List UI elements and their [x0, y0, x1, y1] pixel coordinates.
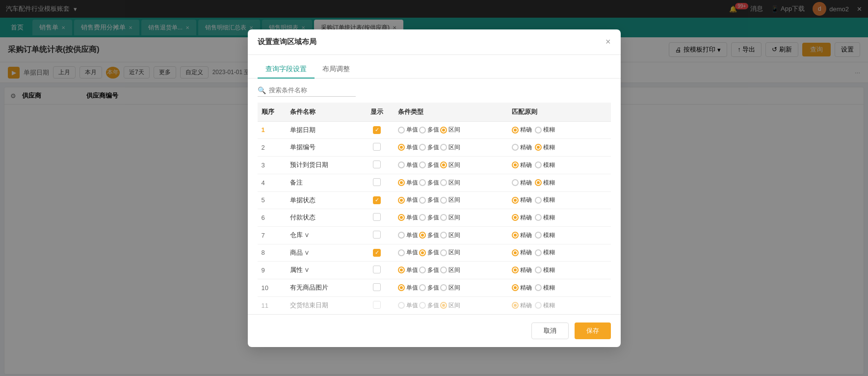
type-radio-type_single[interactable]: 单值: [398, 143, 418, 152]
cancel-button[interactable]: 取消: [531, 322, 569, 339]
radio-label: 多值: [427, 143, 439, 152]
type-radio-type_multi[interactable]: 多值: [419, 266, 439, 274]
type-radio-type_multi[interactable]: 多值: [419, 143, 439, 152]
type-radio-type_single[interactable]: 单值: [398, 126, 418, 134]
display-checkbox[interactable]: [373, 161, 381, 168]
type-radio-type_range[interactable]: 区间: [440, 196, 460, 204]
type-radio-type_multi[interactable]: 多值: [419, 196, 439, 204]
type-cell: 单值多值区间: [394, 209, 508, 226]
display-checkbox[interactable]: [373, 301, 381, 309]
match-radio-match_fuzzy[interactable]: 模糊: [535, 248, 555, 257]
radio-dot: [419, 284, 426, 291]
type-radio-type_range[interactable]: 区间: [440, 284, 460, 292]
match-radio-match_exact[interactable]: 精确: [512, 161, 532, 169]
radio-label: 区间: [448, 179, 460, 187]
type-radio-type_single[interactable]: 单值: [398, 266, 418, 274]
match-radio-match_fuzzy[interactable]: 模糊: [535, 284, 555, 292]
match-radio-match_fuzzy[interactable]: 模糊: [535, 179, 555, 187]
radio-dot: [535, 302, 542, 309]
dialog-footer: 取消 保存: [248, 314, 621, 347]
match-radio-match_exact[interactable]: 精确: [512, 266, 532, 274]
save-button[interactable]: 保存: [575, 322, 611, 339]
display-checkbox[interactable]: [373, 283, 381, 291]
match-radio-match_exact[interactable]: 精确: [512, 179, 532, 187]
type-radio-type_single[interactable]: 单值: [398, 161, 418, 169]
display-checkbox[interactable]: [373, 143, 381, 151]
type-radio-type_multi[interactable]: 多值: [419, 248, 439, 257]
display-checkbox[interactable]: [373, 266, 381, 273]
type-radio-type_range[interactable]: 区间: [440, 266, 460, 274]
type-radio-type_range[interactable]: 区间: [440, 231, 460, 240]
match-radio-match_fuzzy[interactable]: 模糊: [535, 231, 555, 240]
radio-dot: [512, 197, 519, 204]
display-checkbox[interactable]: [373, 178, 381, 186]
match-radio-match_fuzzy[interactable]: 模糊: [535, 161, 555, 169]
display-cell[interactable]: [360, 209, 395, 226]
match-radio-match_fuzzy[interactable]: 模糊: [535, 196, 555, 204]
type-radio-type_single[interactable]: 单值: [398, 214, 418, 222]
type-radio-type_multi[interactable]: 多值: [419, 179, 439, 187]
dialog-close-button[interactable]: ×: [605, 37, 611, 46]
radio-label: 模糊: [543, 248, 555, 257]
display-checkbox[interactable]: [373, 196, 381, 204]
display-cell[interactable]: [360, 279, 395, 296]
match-radio-match_exact[interactable]: 精确: [512, 196, 532, 204]
display-cell[interactable]: [360, 174, 395, 191]
type-radio-type_single[interactable]: 单值: [398, 284, 418, 292]
type-radio-type_multi[interactable]: 多值: [419, 161, 439, 169]
display-checkbox[interactable]: [373, 213, 381, 221]
type-radio-type_single[interactable]: 单值: [398, 231, 418, 240]
match-radio-match_exact[interactable]: 精确: [512, 231, 532, 240]
type-radio-type_range[interactable]: 区间: [440, 179, 460, 187]
display-checkbox[interactable]: [373, 231, 381, 239]
type-radio-type_range[interactable]: 区间: [440, 126, 460, 134]
search-input[interactable]: [269, 86, 347, 94]
type-radio-type_range[interactable]: 区间: [440, 161, 460, 169]
display-cell[interactable]: [360, 226, 395, 244]
type-radio-type_multi[interactable]: 多值: [419, 126, 439, 134]
seq-number: 4: [262, 179, 265, 187]
match-radio-match_exact[interactable]: 精确: [512, 143, 532, 152]
type-radio-type_multi[interactable]: 多值: [419, 214, 439, 222]
type-radio-type_single[interactable]: 单值: [398, 301, 418, 310]
radio-dot: [419, 144, 426, 151]
type-radio-type_multi[interactable]: 多值: [419, 231, 439, 240]
display-cell[interactable]: [360, 156, 395, 174]
type-radio-type_range[interactable]: 区间: [440, 248, 460, 257]
tab-query-fields[interactable]: 查询字段设置: [258, 61, 315, 79]
type-radio-type_single[interactable]: 单值: [398, 179, 418, 187]
type-radio-type_multi[interactable]: 多值: [419, 284, 439, 292]
display-cell[interactable]: [360, 191, 395, 209]
display-checkbox[interactable]: [373, 126, 381, 134]
display-cell[interactable]: [360, 296, 395, 314]
th-type: 条件类型: [394, 103, 508, 122]
type-radio-type_range[interactable]: 区间: [440, 143, 460, 152]
match-radio-match_exact[interactable]: 精确: [512, 301, 532, 310]
match-radio-match_fuzzy[interactable]: 模糊: [535, 266, 555, 274]
display-cell[interactable]: [360, 121, 395, 138]
type-radio-type_single[interactable]: 单值: [398, 196, 418, 204]
display-cell[interactable]: [360, 244, 395, 261]
type-radio-type_range[interactable]: 区间: [440, 214, 460, 222]
display-checkbox[interactable]: [373, 249, 381, 257]
th-match: 匹配原则: [508, 103, 610, 122]
type-radio-type_multi[interactable]: 多值: [419, 301, 439, 310]
match-radio-match_exact[interactable]: 精确: [512, 214, 532, 222]
match-radio-match_fuzzy[interactable]: 模糊: [535, 301, 555, 310]
match-radio-match_exact[interactable]: 精确: [512, 248, 532, 257]
type-radio-type_single[interactable]: 单值: [398, 248, 418, 257]
tab-layout[interactable]: 布局调整: [315, 61, 358, 79]
match-radio-match_exact[interactable]: 精确: [512, 126, 532, 134]
seq-number: 10: [262, 284, 268, 292]
match-radio-match_exact[interactable]: 精确: [512, 284, 532, 292]
table-row: 6付款状态单值多值区间精确模糊: [258, 209, 611, 226]
display-cell[interactable]: [360, 138, 395, 156]
display-cell[interactable]: [360, 261, 395, 279]
radio-dot: [419, 302, 426, 309]
match-radio-match_fuzzy[interactable]: 模糊: [535, 126, 555, 134]
match-radio-match_fuzzy[interactable]: 模糊: [535, 214, 555, 222]
match-cell: 精确模糊: [508, 244, 610, 261]
radio-label: 区间: [448, 214, 460, 222]
type-radio-type_range[interactable]: 区间: [440, 301, 460, 310]
match-radio-match_fuzzy[interactable]: 模糊: [535, 143, 555, 152]
